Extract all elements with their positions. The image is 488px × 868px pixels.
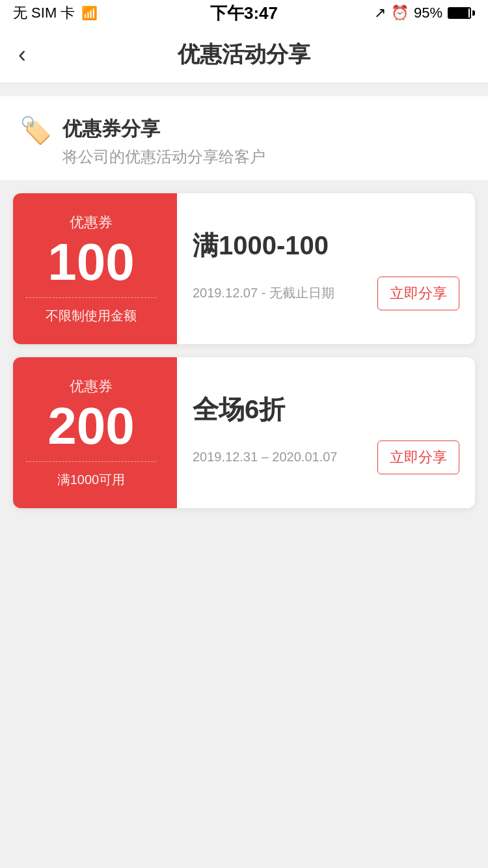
coupon-type-label-1: 优惠券 [70, 213, 113, 232]
status-right: ↗ ⏰ 95% [374, 5, 475, 21]
coupon-left-1: 优惠券 100 不限制使用金额 [13, 193, 169, 344]
status-time: 下午3:47 [210, 2, 278, 25]
share-button-2[interactable]: 立即分享 [377, 441, 459, 474]
back-button[interactable]: ‹ [18, 41, 26, 68]
coupon-condition-2: 满1000可用 [57, 471, 126, 489]
carrier-label: 无 SIM 卡 [13, 3, 75, 23]
coupon-list: 优惠券 100 不限制使用金额 满1000-100 2019.12.07 - 无… [0, 180, 488, 521]
coupon-right-1: 满1000-100 2019.12.07 - 无截止日期 立即分享 [169, 193, 475, 344]
coupon-date-2: 2019.12.31 – 2020.01.07 [193, 450, 370, 465]
coupon-amount-2: 200 [47, 400, 134, 452]
share-button-1[interactable]: 立即分享 [377, 277, 459, 310]
location-icon: ↗ [374, 5, 386, 21]
wifi-icon: 📶 [81, 5, 98, 21]
section-text: 优惠券分享 将公司的优惠活动分享给客户 [62, 116, 265, 167]
coupon-card-1: 优惠券 100 不限制使用金额 满1000-100 2019.12.07 - 无… [13, 193, 475, 344]
battery-percent: 95% [414, 5, 442, 21]
page-title: 优惠活动分享 [178, 40, 310, 70]
coupon-divider-1 [26, 297, 156, 298]
coupon-type-label-2: 优惠券 [70, 377, 113, 396]
coupon-date-1: 2019.12.07 - 无截止日期 [193, 284, 370, 302]
empty-area [0, 521, 488, 868]
section-header: 🏷️ 优惠券分享 将公司的优惠活动分享给客户 [0, 96, 488, 180]
coupon-name-1: 满1000-100 [193, 228, 459, 264]
coupon-footer-1: 2019.12.07 - 无截止日期 立即分享 [193, 277, 459, 310]
section-desc: 将公司的优惠活动分享给客户 [62, 146, 265, 167]
coupon-card-2: 优惠券 200 满1000可用 全场6折 2019.12.31 – 2020.0… [13, 357, 475, 508]
coupon-name-2: 全场6折 [193, 392, 459, 427]
status-bar: 无 SIM 卡 📶 下午3:47 ↗ ⏰ 95% [0, 0, 488, 26]
coupon-condition-1: 不限制使用金额 [46, 307, 137, 325]
status-left: 无 SIM 卡 📶 [13, 3, 98, 23]
alarm-icon: ⏰ [391, 5, 409, 21]
nav-bar: ‹ 优惠活动分享 [0, 26, 488, 83]
section-icon: 🏷️ [20, 117, 52, 143]
coupon-amount-1: 100 [47, 236, 134, 288]
coupon-right-2: 全场6折 2019.12.31 – 2020.01.07 立即分享 [169, 357, 475, 508]
battery-icon [448, 7, 475, 19]
coupon-footer-2: 2019.12.31 – 2020.01.07 立即分享 [193, 441, 459, 474]
section-title: 优惠券分享 [62, 116, 265, 142]
coupon-divider-2 [26, 461, 156, 462]
coupon-left-2: 优惠券 200 满1000可用 [13, 357, 169, 508]
